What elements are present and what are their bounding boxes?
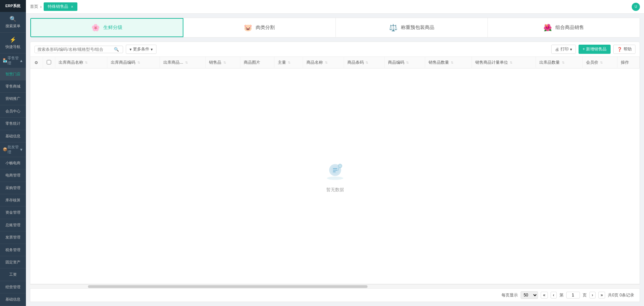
sidebar-item-ledger[interactable]: 总账管理 xyxy=(0,219,26,231)
total-label: 共0页 0条记录 xyxy=(608,292,634,298)
sidebar-item-tax[interactable]: 税务管理 xyxy=(0,244,26,256)
retail-mgmt-label: 零售管理 xyxy=(8,56,19,66)
th-main-qty[interactable]: 主量 ⇅ xyxy=(274,57,303,68)
th-out-qty[interactable]: 出库品数量 ⇅ xyxy=(536,57,583,68)
tab-card-fresh-grade[interactable]: 🌸 生鲜分级 xyxy=(30,18,183,37)
th-member-price[interactable]: 会员价 ⇅ xyxy=(582,57,617,68)
empty-state: 暂无数据 xyxy=(30,68,640,284)
tab-card-weight-packed[interactable]: ⚖️ 称重预包装商品 xyxy=(336,18,488,37)
sort-icon-barcode: ⇅ xyxy=(365,61,368,64)
retail-stats-label: 零售统计 xyxy=(5,121,20,126)
active-tab[interactable]: 特殊销售品 × xyxy=(44,2,77,11)
meat-cut-icon: 🐷 xyxy=(244,24,252,32)
sidebar-item-purchase[interactable]: 采购管理 xyxy=(0,182,26,194)
tax-label: 税务管理 xyxy=(5,247,20,253)
next-page-button[interactable]: › xyxy=(589,292,596,299)
new-sale-item-button[interactable]: + 新增销售品 xyxy=(579,45,611,54)
close-tab-icon[interactable]: × xyxy=(71,4,73,9)
sidebar-item-basic-info2[interactable]: 基础信息 xyxy=(0,293,26,306)
invoice-label: 发票管理 xyxy=(5,235,20,240)
sidebar-item-sales-promo[interactable]: 营销推广 xyxy=(0,93,26,105)
th-sale-qty[interactable]: 销售品数量 ⇅ xyxy=(425,57,472,68)
member-center-label: 会员中心 xyxy=(5,109,20,114)
weight-packed-label: 称重预包装商品 xyxy=(401,25,434,31)
ecommerce-label: 电商管理 xyxy=(5,173,20,178)
help-button[interactable]: ❓ 帮助 xyxy=(613,45,635,54)
wholesale-icon: 📦 xyxy=(3,147,8,152)
empty-illustration xyxy=(321,159,349,183)
home-link[interactable]: 首页 xyxy=(30,4,38,10)
th-checkbox[interactable] xyxy=(43,57,55,68)
toolbar-right: 🖨 打印 ▾ + 新增销售品 ❓ 帮助 xyxy=(551,45,635,54)
sidebar-item-quick-nav[interactable]: ⚡ 快捷导航 xyxy=(0,33,26,53)
inventory-label: 库存核算 xyxy=(5,198,20,203)
th-sale-product[interactable]: 销售品 ⇅ xyxy=(206,57,240,68)
sidebar-item-retail-stats[interactable]: 零售统计 xyxy=(0,118,26,130)
tab-card-combo-sale[interactable]: 🌺 组合商品销售 xyxy=(488,18,640,37)
search-input[interactable] xyxy=(38,47,113,52)
sort-icon-product-code2: ⇅ xyxy=(406,61,409,64)
retail-mall-label: 零售商城 xyxy=(5,84,20,89)
sales-promo-label: 营销推广 xyxy=(5,96,20,101)
th-setting[interactable]: ⚙ xyxy=(30,57,43,68)
page-number-input[interactable] xyxy=(566,292,580,299)
th-product-img[interactable]: 商品图片 xyxy=(240,57,274,68)
th-barcode[interactable]: 商品条码 ⇅ xyxy=(344,57,384,68)
tab-card-meat-cut[interactable]: 🐷 肉类分割 xyxy=(183,18,335,37)
sidebar-item-basic-info[interactable]: 基础信息 xyxy=(0,130,26,142)
sort-icon-out-product-x: ⇅ xyxy=(185,61,188,64)
th-product-name[interactable]: 商品名称 ⇅ xyxy=(303,57,344,68)
main-content: 首页 › 特殊销售品 × U 🌸 生鲜分级 🐷 肉类分割 ⚖ xyxy=(26,0,644,306)
last-page-button[interactable]: » xyxy=(598,292,605,299)
sidebar-item-ops[interactable]: 经营管理 xyxy=(0,281,26,293)
sidebar-logo: ERP系统 xyxy=(0,0,26,12)
sidebar-item-finance[interactable]: 资金管理 xyxy=(0,206,26,219)
sidebar-item-invoice[interactable]: 发票管理 xyxy=(0,231,26,244)
print-label: 打印 xyxy=(560,46,569,52)
select-all-checkbox[interactable] xyxy=(47,60,51,64)
first-page-button[interactable]: « xyxy=(541,292,548,299)
scrollbar-thumb[interactable] xyxy=(88,285,368,288)
per-page-select[interactable]: 50 10 20 100 xyxy=(521,291,538,299)
th-out-product-name[interactable]: 出库商品名称 ⇅ xyxy=(55,57,107,68)
topbar: 首页 › 特殊销售品 × U xyxy=(26,0,644,14)
empty-text: 暂无数据 xyxy=(326,187,344,193)
search-icon: 🔍 xyxy=(114,47,119,52)
sidebar-item-fixed-assets[interactable]: 固定资产 xyxy=(0,256,26,269)
print-button[interactable]: 🖨 打印 ▾ xyxy=(551,45,576,54)
search-wrap[interactable]: 🔍 xyxy=(34,46,123,53)
toolbar: 🔍 ▾ 更多条件 ▾ 🖨 打印 ▾ + 新增销售品 ❓ 帮助 xyxy=(30,42,640,57)
purchase-label: 采购管理 xyxy=(5,185,20,190)
search-menu-icon: 🔍 xyxy=(10,15,16,23)
th-out-product-x[interactable]: 出库商品... ⇅ xyxy=(160,57,206,68)
th-out-product-code[interactable]: 出库商品编码 ⇅ xyxy=(107,57,160,68)
breadcrumb-separator: › xyxy=(40,4,42,9)
sort-icon-out-product-name: ⇅ xyxy=(85,61,88,64)
sidebar-item-retail-mgmt[interactable]: 🏪 零售管理 ▲ xyxy=(0,53,26,68)
sort-icon-sale-qty: ⇅ xyxy=(451,61,453,64)
salary-label: 工资 xyxy=(9,272,17,277)
print-icon: 🖨 xyxy=(555,47,559,52)
sidebar-item-mini-shop[interactable]: 小畅电商 xyxy=(0,157,26,169)
sidebar-item-retail-mall[interactable]: 零售商城 xyxy=(0,80,26,93)
per-page-label: 每页显示 xyxy=(501,292,518,298)
sidebar-item-smart-store[interactable]: 智慧门店 xyxy=(0,68,26,80)
data-table-wrap: ⚙ 出库商品名称 ⇅ 出库商品编码 ⇅ 出库商品... ⇅ xyxy=(30,57,640,284)
th-product-code2[interactable]: 商品编码 ⇅ xyxy=(384,57,425,68)
data-table: ⚙ 出库商品名称 ⇅ 出库商品编码 ⇅ 出库商品... ⇅ xyxy=(30,57,640,68)
filter-button[interactable]: ▾ 更多条件 ▾ xyxy=(126,45,156,54)
sidebar-item-search-menu[interactable]: 🔍 搜索菜单 xyxy=(0,12,26,33)
sidebar-item-ecommerce[interactable]: 电商管理 xyxy=(0,169,26,182)
prev-page-button[interactable]: ‹ xyxy=(551,292,557,299)
horizontal-scrollbar[interactable] xyxy=(30,284,640,288)
sidebar-item-salary[interactable]: 工资 xyxy=(0,269,26,281)
page-suffix: 页 xyxy=(583,292,587,298)
sidebar-item-member-center[interactable]: 会员中心 xyxy=(0,105,26,118)
sidebar-item-quick-nav-label: 快捷导航 xyxy=(5,44,20,49)
new-sale-label: + 新增销售品 xyxy=(583,46,606,52)
sidebar-item-wholesale-mgmt[interactable]: 📦 批发管理 ▼ xyxy=(0,142,26,157)
combo-sale-label: 组合商品销售 xyxy=(555,25,584,31)
sidebar-item-inventory[interactable]: 库存核算 xyxy=(0,194,26,206)
svg-rect-5 xyxy=(333,171,335,172)
th-sale-unit[interactable]: 销售商品计量单位 ⇅ xyxy=(471,57,536,68)
